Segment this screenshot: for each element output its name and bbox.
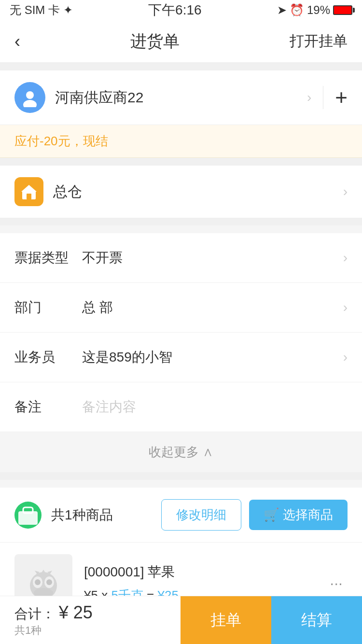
- footer-total-amount: ¥ 25: [59, 602, 93, 622]
- supplier-notice: 应付-20元，现结: [0, 125, 362, 158]
- product-name-text: 苹果: [148, 564, 175, 579]
- warehouse-svg-icon: [20, 183, 38, 200]
- divider-2: [0, 158, 362, 166]
- footer-total-label: 合计：: [14, 606, 55, 621]
- supplier-row[interactable]: 河南供应商22 › +: [0, 70, 362, 125]
- add-supplier-button[interactable]: +: [335, 87, 348, 108]
- warehouse-section: 总仓 ›: [0, 166, 362, 218]
- hang-order-button[interactable]: 挂单: [181, 596, 271, 644]
- invoice-chevron-icon: ›: [343, 250, 348, 266]
- footer-total-row: 合计： ¥ 25: [14, 602, 166, 623]
- product-count-text: 共1种商品: [51, 506, 161, 524]
- select-product-button[interactable]: 🛒 选择商品: [249, 500, 348, 530]
- staff-chevron-icon: ›: [343, 350, 348, 365]
- dept-label: 部门: [14, 298, 72, 317]
- settle-label: 结算: [301, 610, 332, 631]
- divider-3: [0, 218, 362, 225]
- product-count-icon: [14, 502, 42, 529]
- nav-bar: ‹ 进货单 打开挂单: [0, 20, 362, 63]
- svg-point-0: [26, 91, 34, 99]
- supplier-avatar: [14, 82, 45, 113]
- remark-row[interactable]: 备注 备注内容: [0, 382, 362, 432]
- open-hang-button[interactable]: 打开挂单: [290, 31, 348, 51]
- svg-point-10: [35, 579, 41, 585]
- supplier-avatar-icon: [20, 88, 40, 107]
- select-product-label: 选择商品: [283, 506, 333, 523]
- product-code: [0000001]: [84, 564, 144, 579]
- status-time: 下午6:16: [148, 1, 202, 19]
- remark-label: 备注: [14, 398, 72, 416]
- supplier-chevron-icon: ›: [307, 90, 311, 105]
- alarm-icon: ⏰: [290, 3, 304, 17]
- svg-point-11: [46, 579, 52, 585]
- status-right: ➤ ⏰ 19%: [277, 3, 352, 17]
- battery-level: 19%: [307, 3, 330, 17]
- invoice-label: 票据类型: [14, 249, 72, 267]
- form-section: 票据类型 不开票 › 部门 总 部 › 业务员 这是859的小智 › 备注 备注…: [0, 233, 362, 432]
- warehouse-icon: [14, 177, 43, 206]
- svg-marker-3: [21, 185, 37, 192]
- staff-row[interactable]: 业务员 这是859的小智 ›: [0, 333, 362, 382]
- page-title: 进货单: [130, 30, 180, 53]
- supplier-name: 河南供应商22: [55, 88, 307, 108]
- staff-label: 业务员: [14, 348, 72, 366]
- warehouse-chevron-icon: ›: [343, 184, 348, 199]
- product-icon-svg: [14, 502, 42, 529]
- invoice-value: 不开票: [72, 249, 343, 267]
- product-more-button[interactable]: ···: [325, 570, 348, 597]
- dept-chevron-icon: ›: [343, 300, 348, 315]
- status-bar: 无 SIM 卡 ✦ 下午6:16 ➤ ⏰ 19%: [0, 0, 362, 20]
- status-left: 无 SIM 卡 ✦: [10, 2, 73, 18]
- vertical-divider: [323, 86, 323, 109]
- footer-total-count: 共1种: [14, 623, 166, 638]
- divider-top: [0, 63, 362, 70]
- collapse-toggle[interactable]: 收起更多 ∧: [0, 432, 362, 472]
- warehouse-row[interactable]: 总仓 ›: [0, 166, 362, 218]
- product-header: 共1种商品 修改明细 🛒 选择商品: [0, 488, 362, 543]
- sim-status: 无 SIM 卡 ✦: [10, 2, 73, 18]
- svg-marker-13: [41, 570, 46, 574]
- warehouse-name: 总仓: [53, 182, 343, 202]
- divider-4: [0, 472, 362, 480]
- dept-value: 总 部: [72, 298, 343, 317]
- footer: 合计： ¥ 25 共1种 挂单 结算: [0, 596, 362, 644]
- svg-rect-4: [27, 194, 31, 199]
- settle-button[interactable]: 结算: [271, 596, 362, 644]
- cart-icon: 🛒: [264, 507, 279, 522]
- supplier-section: 河南供应商22 › + 应付-20元，现结: [0, 70, 362, 158]
- dept-row[interactable]: 部门 总 部 ›: [0, 283, 362, 333]
- staff-value: 这是859的小智: [72, 348, 343, 366]
- remark-input[interactable]: 备注内容: [72, 398, 348, 416]
- edit-detail-button[interactable]: 修改明细: [161, 499, 241, 531]
- product-name: [0000001] 苹果: [84, 563, 325, 581]
- hang-order-label: 挂单: [210, 610, 241, 631]
- footer-total: 合计： ¥ 25 共1种: [0, 602, 181, 638]
- svg-point-1: [23, 100, 37, 107]
- battery-icon: [333, 5, 352, 15]
- back-button[interactable]: ‹: [14, 31, 20, 52]
- invoice-row[interactable]: 票据类型 不开票 ›: [0, 233, 362, 283]
- location-icon: ➤: [277, 3, 287, 17]
